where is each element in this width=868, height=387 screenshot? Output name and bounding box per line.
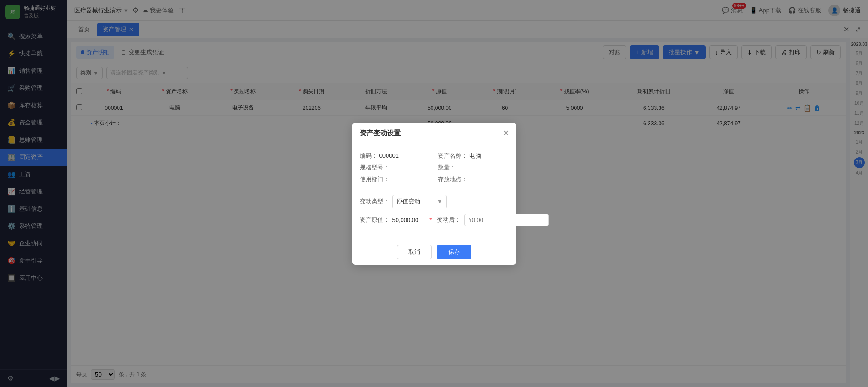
modal-code-value: 000001 <box>379 152 399 159</box>
modal-asset-name-item: 资产名称： 电脑 <box>438 152 509 160</box>
save-button[interactable]: 保存 <box>437 245 471 259</box>
modal-change-type-field: 变动类型： 原值变动 ▼ <box>360 195 509 208</box>
modal-asset-name-value: 电脑 <box>469 152 481 160</box>
required-star: * <box>429 217 432 223</box>
modal-spec-label: 规格型号： <box>360 164 389 172</box>
cancel-button[interactable]: 取消 <box>397 245 432 259</box>
modal-department-item: 使用部门： <box>360 175 431 184</box>
modal-header: 资产变动设置 ✕ <box>352 123 516 144</box>
modal-title: 资产变动设置 <box>360 129 401 138</box>
modal-footer: 取消 保存 <box>352 239 516 265</box>
modal-storage-label: 存放地点： <box>438 175 467 184</box>
modal-change-type-value: 原值变动 <box>397 198 420 206</box>
modal-quantity-label: 数量： <box>438 164 456 172</box>
modal-overlay[interactable]: 资产变动设置 ✕ 编码： 000001 资产名称： 电脑 规格型号： 数量： <box>0 0 868 387</box>
modal-original-value-field: 资产原值： 50,000.00 * 变动后： <box>360 214 509 226</box>
modal-quantity-item: 数量： <box>438 164 509 172</box>
modal-original-label: 资产原值： <box>360 216 389 224</box>
modal-after-change-input[interactable] <box>464 214 549 226</box>
modal-after-change-label: 变动后： <box>437 216 461 224</box>
modal-change-type-label: 变动类型： <box>360 198 389 206</box>
modal-info-grid: 编码： 000001 资产名称： 电脑 规格型号： 数量： 使用部门： <box>360 152 509 184</box>
change-type-arrow-icon: ▼ <box>437 198 443 205</box>
modal-divider <box>360 189 509 189</box>
modal-spec-item: 规格型号： <box>360 164 431 172</box>
modal-asset-name-label: 资产名称： <box>438 152 467 160</box>
modal-storage-item: 存放地点： <box>438 175 509 184</box>
modal-change-type-select[interactable]: 原值变动 ▼ <box>392 195 447 208</box>
modal-original-value: 50,000.00 <box>392 217 419 223</box>
modal-body: 编码： 000001 资产名称： 电脑 规格型号： 数量： 使用部门： <box>352 144 516 239</box>
modal-department-label: 使用部门： <box>360 175 389 184</box>
modal-code-label: 编码： <box>360 152 377 160</box>
modal-code-item: 编码： 000001 <box>360 152 431 160</box>
modal-close-icon[interactable]: ✕ <box>503 129 509 138</box>
asset-change-modal: 资产变动设置 ✕ 编码： 000001 资产名称： 电脑 规格型号： 数量： <box>352 123 516 265</box>
